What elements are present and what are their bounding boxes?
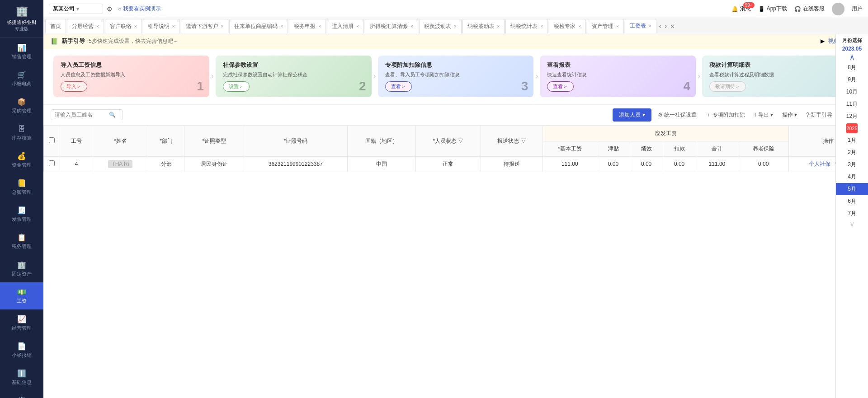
tab-home[interactable]: 首页 [45,19,66,33]
company-selector[interactable]: 某某公司 ▾ [49,4,103,14]
tab-tax-stat[interactable]: 纳税统计表× [505,19,548,33]
sidebar-item-finance[interactable]: 💰 资金管理 [0,146,43,173]
step-3-num: 3 [521,79,528,94]
assets-icon: 🏢 [17,261,26,269]
tab-close-all-btn[interactable]: × [669,23,676,30]
month-item-3[interactable]: 3月 [836,159,868,171]
tab-salary-close-icon[interactable]: × [649,23,651,28]
step-4-btn[interactable]: 查看＞ [547,81,574,92]
tab-tax-expert[interactable]: 税检专家× [549,19,586,33]
sidebar-item-purchase[interactable]: 📦 采购管理 [0,92,43,119]
tab-product-code[interactable]: 往来单位商品编码× [229,19,288,33]
management-icon: 📈 [17,315,26,323]
tab-customer[interactable]: 客户联络× [105,19,142,33]
export-btn[interactable]: ↑ 导出 ▾ [751,109,776,121]
month-item-5[interactable]: 5月 [836,183,868,195]
tab-layered[interactable]: 分层经营× [67,19,104,33]
step-3-btn[interactable]: 查看＞ [385,81,412,92]
tab-next-btn[interactable]: › [663,23,669,30]
month-panel-down-btn[interactable]: ∨ [849,220,855,228]
tab-close-icon[interactable]: × [497,24,500,29]
salary-table-wrap: 工号 *姓名 *部门 *证照类型 *证照号码 国籍（地区） *人员状态 ▽ 报送… [43,126,868,398]
row-status: 正常 [415,156,481,172]
sidebar-item-system[interactable]: ⚙️ 系统管理 [0,391,43,398]
row-personal-insurance-btn[interactable]: 个人社保 [809,161,830,167]
guide-btn[interactable]: ? 新手引导 [803,109,835,121]
demo-link[interactable]: ○ 我要看实例演示 [118,5,161,13]
step-2-btn[interactable]: 设置＞ [223,81,250,92]
sidebar-item-inventory[interactable]: 🗄 库存核算 [0,120,43,146]
select-all-checkbox[interactable] [49,137,55,143]
sidebar-item-salary[interactable]: 💵 工资 [0,282,43,309]
tab-tax-wave[interactable]: 纳税波动表× [462,19,505,33]
tab-close-icon[interactable]: × [356,24,359,29]
month-item-6[interactable]: 6月 [836,195,868,207]
avatar[interactable] [832,3,844,15]
month-panel-year[interactable]: 2023.05 [841,45,863,53]
main-toolbar: 🔍 添加人员 ▾ ⚙ 统一社保设置 ＋ 专项附加扣除 ↑ 导出 [43,105,868,126]
tab-close-icon[interactable]: × [540,24,543,29]
operations-btn[interactable]: 操作 ▾ [779,109,800,121]
tab-tax-burden[interactable]: 税负波动表× [419,19,462,33]
month-item-11[interactable]: 11月 [836,98,868,110]
search-input[interactable] [55,112,109,118]
filter-send-icon[interactable]: ▽ [521,138,526,144]
row-performance: 0.00 [630,156,663,172]
app-download-button[interactable]: 📱 App下载 [758,5,787,13]
tab-close-icon[interactable]: × [454,24,457,29]
tab-tax-report[interactable]: 税务申报× [289,19,326,33]
tab-invite[interactable]: 邀请下游客户× [181,19,229,33]
unified-social-security-btn[interactable]: ⚙ 统一社保设置 [655,109,699,121]
sidebar-item-expense[interactable]: 📄 小畅报销 [0,337,43,364]
sidebar-item-management[interactable]: 📈 经营管理 [0,309,43,337]
sidebar-item-tax[interactable]: 📋 税务管理 [0,228,43,255]
th-send-status: 报送状态 ▽ [481,126,543,156]
sidebar-item-ledger[interactable]: 📒 总账管理 [0,173,43,201]
step-1-btn[interactable]: 导入＞ [61,81,87,92]
tab-close-icon[interactable]: × [410,24,413,29]
tab-close-icon[interactable]: × [134,24,137,29]
tab-close-icon[interactable]: × [616,24,619,29]
month-item-7[interactable]: 7月 [836,207,868,220]
tab-close-icon[interactable]: × [172,24,175,29]
tab-close-icon[interactable]: × [318,24,321,29]
special-deduction-btn[interactable]: ＋ 专项附加扣除 [703,109,748,121]
month-item-9[interactable]: 9月 [836,74,868,86]
month-panel-up-btn[interactable]: ∧ [849,53,855,61]
tab-prev-btn[interactable]: ‹ [657,23,663,30]
month-item-2[interactable]: 2月 [836,146,868,159]
month-item-1[interactable]: 1月 [836,134,868,146]
tab-close-icon[interactable]: × [96,24,99,29]
message-button[interactable]: 🔔 消息 99+ [731,5,751,13]
tab-guide-desc[interactable]: 引导说明× [143,19,180,33]
sidebar-item-basic[interactable]: ℹ️ 基础信息 [0,364,43,391]
tab-asset-manage[interactable]: 资产管理× [587,19,624,33]
sidebar-item-sales[interactable]: 📊 销售管理 [0,38,43,65]
sidebar-item-assets[interactable]: 🏢 固定资产 [0,255,43,282]
sidebar-item-invoice[interactable]: 🧾 发票管理 [0,201,43,228]
month-item-10[interactable]: 10月 [836,86,868,98]
add-employee-button[interactable]: 添加人员 ▾ [613,108,651,122]
month-item-4[interactable]: 4月 [836,171,868,183]
month-item-12[interactable]: 12月 [836,110,868,122]
tab-close-icon[interactable]: × [221,24,224,29]
tab-salary[interactable]: 工资表× [625,19,656,33]
service-button[interactable]: 🎧 在线客服 [794,5,825,13]
tab-income-tax[interactable]: 所得税汇算清缴× [365,19,418,33]
tab-close-icon[interactable]: × [280,24,283,29]
filter-icon[interactable]: ▽ [458,138,463,144]
sidebar-item-purchase-label: 采购管理 [12,108,32,114]
demo-icon: ○ [118,6,121,12]
sidebar-item-ecommerce[interactable]: 🛒 小畅电商 [0,65,43,92]
sidebar-item-basic-label: 基础信息 [12,379,32,385]
month-panel-title: 月份选择 [841,34,863,45]
step-5-btn[interactable]: 敬请期待＞ [709,81,746,92]
month-year-2025[interactable]: 2025 [846,123,857,133]
username[interactable]: 用户 [852,5,863,13]
step-4-title: 查看报表 [547,61,689,69]
tab-close-icon[interactable]: × [578,24,581,29]
tab-qingce[interactable]: 进入清册× [327,19,364,33]
month-item-8[interactable]: 8月 [836,61,868,74]
settings-gear-icon[interactable]: ⚙ [107,5,113,13]
row-checkbox[interactable] [49,160,55,166]
